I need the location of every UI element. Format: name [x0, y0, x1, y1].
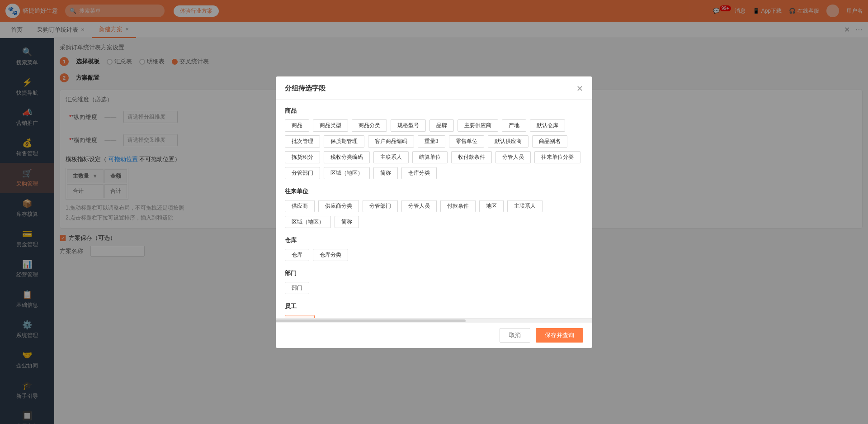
field-tag[interactable]: 主联系人 [373, 151, 409, 163]
modal-title: 分组待选字段 [285, 84, 326, 93]
modal-header: 分组待选字段 ✕ [276, 76, 592, 100]
field-tag[interactable]: 重量3 [418, 135, 445, 148]
field-tag[interactable]: 规格型号 [391, 119, 426, 132]
field-tag[interactable]: 主联系人 [507, 200, 542, 212]
field-tag[interactable]: 主要供应商 [458, 119, 498, 132]
field-tag[interactable]: 商品 [285, 119, 309, 132]
field-tag[interactable]: 品牌 [429, 119, 454, 132]
field-tag[interactable]: 仓库分类 [313, 249, 348, 261]
field-tag[interactable]: 产地 [502, 119, 526, 132]
modal-body: 商品 商品 商品类型 商品分类 规格型号 品牌 主要供应商 产地 默认仓库 批次… [276, 100, 592, 319]
field-tag[interactable]: 默认仓库 [530, 119, 565, 132]
field-tag[interactable]: 供应商分类 [318, 200, 359, 212]
section-dept: 部门 部门 [285, 269, 583, 294]
field-tag[interactable]: 拣货积分 [285, 151, 320, 163]
field-tag[interactable]: 批次管理 [285, 135, 320, 148]
modal: 分组待选字段 ✕ 商品 商品 商品类型 商品分类 规格型号 品牌 主要供应商 产… [276, 76, 592, 348]
field-tag[interactable]: 税收分类编码 [324, 151, 370, 163]
field-tag[interactable]: 往来单位分类 [534, 151, 580, 163]
field-tag[interactable]: 仓库 [285, 249, 309, 261]
section-employee-title: 员工 [285, 302, 583, 310]
field-tag[interactable]: 默认供应商 [488, 135, 528, 148]
section-dept-title: 部门 [285, 269, 583, 277]
field-tag[interactable]: 收付款条件 [451, 151, 492, 163]
field-tag[interactable]: 简称 [335, 216, 359, 228]
field-tag[interactable]: 结算单位 [412, 151, 448, 163]
field-tag[interactable]: 分管部门 [363, 200, 398, 212]
field-tag[interactable]: 商品别名 [532, 135, 567, 148]
warehouse-field-tags: 仓库 仓库分类 [285, 249, 583, 261]
employee-field-tags: 业务员 [285, 315, 583, 319]
goods-field-tags: 商品 商品类型 商品分类 规格型号 品牌 主要供应商 产地 默认仓库 批次管理 … [285, 119, 583, 179]
field-tag[interactable]: 区域（地区） [324, 167, 370, 179]
cancel-button[interactable]: 取消 [500, 328, 530, 343]
confirm-button[interactable]: 保存并查询 [536, 328, 583, 343]
section-goods-title: 商品 [285, 107, 583, 115]
field-tag[interactable]: 零售单位 [449, 135, 484, 148]
field-tag[interactable]: 部门 [285, 282, 309, 294]
field-tag[interactable]: 客户商品编码 [368, 135, 414, 148]
section-partners: 往来单位 供应商 供应商分类 分管部门 分管人员 付款条件 地区 主联系人 区域… [285, 187, 583, 228]
overlay: 分组待选字段 ✕ 商品 商品 商品类型 商品分类 规格型号 品牌 主要供应商 产… [0, 0, 868, 424]
field-tag[interactable]: 简称 [373, 167, 398, 179]
field-tag[interactable]: 商品分类 [352, 119, 387, 132]
section-warehouse-title: 仓库 [285, 236, 583, 244]
section-warehouse: 仓库 仓库 仓库分类 [285, 236, 583, 261]
field-tag[interactable]: 分管人员 [401, 200, 437, 212]
modal-horizontal-scrollbar[interactable] [276, 318, 592, 322]
field-tag[interactable]: 保质期管理 [324, 135, 364, 148]
dept-field-tags: 部门 [285, 282, 583, 294]
modal-close-btn[interactable]: ✕ [576, 84, 583, 94]
modal-footer: 取消 保存并查询 [276, 322, 592, 348]
section-employee: 员工 业务员 [285, 302, 583, 319]
modal-hscroll-thumb[interactable] [276, 319, 466, 322]
field-tag[interactable]: 商品类型 [313, 119, 348, 132]
field-tag-salesperson[interactable]: 业务员 [285, 315, 315, 319]
field-tag[interactable]: 付款条件 [440, 200, 476, 212]
field-tag[interactable]: 供应商 [285, 200, 315, 212]
section-goods: 商品 商品 商品类型 商品分类 规格型号 品牌 主要供应商 产地 默认仓库 批次… [285, 107, 583, 179]
field-tag[interactable]: 分管人员 [495, 151, 531, 163]
field-tag[interactable]: 地区 [479, 200, 504, 212]
section-partners-title: 往来单位 [285, 187, 583, 195]
field-tag[interactable]: 区域（地区） [285, 216, 331, 228]
field-tag[interactable]: 仓库分类 [401, 167, 437, 179]
partners-field-tags: 供应商 供应商分类 分管部门 分管人员 付款条件 地区 主联系人 区域（地区） … [285, 200, 583, 228]
field-tag[interactable]: 分管部门 [285, 167, 320, 179]
